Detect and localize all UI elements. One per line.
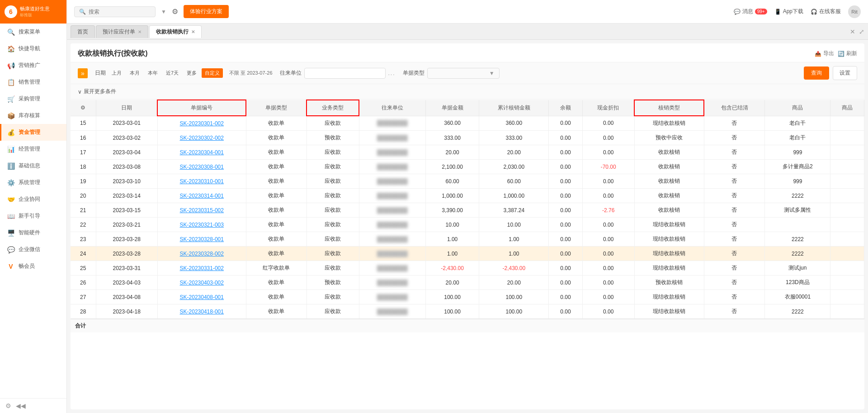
purchase-icon: 🛒 bbox=[7, 95, 15, 103]
header-actions: 📤 导出 🔄 刷新 bbox=[815, 50, 857, 57]
expand-more-button[interactable]: ∨ 展开更多条件 bbox=[78, 86, 857, 97]
more-date-btn[interactable]: 更多 bbox=[184, 68, 200, 78]
cell-no: 27 bbox=[71, 290, 96, 304]
last-7-days-btn[interactable]: 近7天 bbox=[163, 68, 182, 78]
cell-partner: ████████ bbox=[359, 160, 425, 174]
th-settings[interactable]: ⚙ bbox=[71, 100, 96, 116]
cell-biz-type: 应收款 bbox=[307, 218, 359, 232]
this-year-btn[interactable]: 本年 bbox=[145, 68, 161, 78]
sidebar-item-inventory[interactable]: 📦 库存核算 bbox=[0, 107, 66, 124]
cell-goods2 bbox=[830, 203, 864, 218]
cell-partner: ████████ bbox=[359, 189, 425, 203]
sidebar-item-finance[interactable]: 💰 资金管理 bbox=[0, 124, 66, 141]
export-button[interactable]: 📤 导出 bbox=[815, 50, 834, 57]
th-accum-amount[interactable]: 累计核销金额 bbox=[479, 100, 549, 116]
cell-doc-type: 收款单 bbox=[246, 290, 307, 304]
th-date[interactable]: 日期 bbox=[96, 100, 157, 116]
cell-partner: ████████ bbox=[359, 174, 425, 189]
collapse-icon[interactable]: ◀◀ bbox=[16, 402, 26, 409]
doctype-filter-label: 单据类型 bbox=[403, 69, 425, 77]
main-area: 🔍 ▼ ⚙ 体验行业方案 💬 消息 99+ 📱 App下载 🎧 在线客服 Rit bbox=[67, 0, 868, 413]
settings-icon[interactable]: ⚙ bbox=[5, 402, 11, 409]
online-service-button[interactable]: 🎧 在线客服 bbox=[811, 8, 841, 15]
industry-solution-button[interactable]: 体验行业方案 bbox=[184, 5, 229, 18]
query-button[interactable]: 查询 bbox=[804, 66, 829, 80]
custom-date-btn[interactable]: 自定义 bbox=[202, 68, 223, 78]
sidebar-item-marketing[interactable]: 📢 营销推广 bbox=[0, 57, 66, 74]
th-cash-discount[interactable]: 现金折扣 bbox=[582, 100, 634, 116]
this-month-btn[interactable]: 本月 bbox=[127, 68, 143, 78]
gear-icon[interactable]: ⚙ bbox=[172, 7, 178, 16]
th-offset-type[interactable]: 核销类型 bbox=[634, 100, 704, 116]
sidebar-item-member[interactable]: V 畅会员 bbox=[0, 258, 66, 275]
settings-button[interactable]: 设置 bbox=[833, 66, 857, 80]
sidebar-item-search[interactable]: 🔍 搜索菜单 bbox=[0, 24, 66, 40]
cell-biz-type: 应收款 bbox=[307, 247, 359, 261]
th-doc-type[interactable]: 单据类型 bbox=[246, 100, 307, 116]
sidebar-item-system[interactable]: ⚙️ 系统管理 bbox=[0, 174, 66, 191]
sidebar-item-purchase[interactable]: 🛒 采购管理 bbox=[0, 90, 66, 107]
close-window-icon[interactable]: ✕ bbox=[850, 28, 855, 35]
cell-date: 2023-03-14 bbox=[96, 189, 157, 203]
search-input[interactable] bbox=[89, 9, 134, 15]
th-balance[interactable]: 余额 bbox=[549, 100, 582, 116]
cell-offset-type: 现结收款核销 bbox=[634, 232, 704, 247]
th-amount[interactable]: 单据金额 bbox=[425, 100, 479, 116]
cell-accum-amount: 20.00 bbox=[479, 145, 549, 160]
hardware-icon: 🖥️ bbox=[7, 229, 15, 237]
cell-doc-type: 收款单 bbox=[246, 189, 307, 203]
partner-filter-label: 往来单位 bbox=[280, 69, 302, 77]
expand-label: 展开更多条件 bbox=[84, 88, 116, 95]
doctype-select[interactable]: ▼ bbox=[427, 68, 500, 79]
cell-cash-discount: 0.00 bbox=[582, 189, 634, 203]
th-doc-no[interactable]: 单据编号 bbox=[157, 100, 246, 116]
th-include-settled[interactable]: 包含已结清 bbox=[704, 100, 765, 116]
cell-accum-amount: 10.00 bbox=[479, 218, 549, 232]
footer-offset bbox=[634, 319, 704, 332]
cell-partner: ████████ bbox=[359, 290, 425, 304]
cell-balance: 0.00 bbox=[549, 174, 582, 189]
th-partner[interactable]: 往来单位 bbox=[359, 100, 425, 116]
topbar-search[interactable]: 🔍 bbox=[74, 6, 156, 17]
cell-biz-type: 应收款 bbox=[307, 304, 359, 319]
tab-home[interactable]: 首页 bbox=[71, 25, 95, 38]
cell-cash-discount: 0.00 bbox=[582, 275, 634, 290]
sidebar-item-operation[interactable]: 📊 经营管理 bbox=[0, 141, 66, 157]
filter-toggle-button[interactable]: » bbox=[78, 68, 88, 78]
sidebar-item-quicknav[interactable]: 🏠 快捷导航 bbox=[0, 40, 66, 57]
sidebar-item-sales[interactable]: 📋 销售管理 bbox=[0, 74, 66, 90]
cell-doc-type: 收款单 bbox=[246, 203, 307, 218]
cell-partner: ████████ bbox=[359, 304, 425, 319]
user-avatar[interactable]: Rit bbox=[848, 5, 861, 18]
content-header: 收款核销执行(按收款) 📤 导出 🔄 刷新 bbox=[71, 43, 864, 62]
cell-goods2 bbox=[830, 174, 864, 189]
app-download-button[interactable]: 📱 App下载 bbox=[774, 8, 803, 15]
last-month-btn[interactable]: 上月 bbox=[108, 68, 125, 78]
chevron-down-icon[interactable]: ▼ bbox=[161, 9, 166, 15]
messages-button[interactable]: 💬 消息 99+ bbox=[734, 8, 767, 15]
cell-offset-type: 现结收款核销 bbox=[634, 116, 704, 131]
cell-amount: 1,000.00 bbox=[425, 189, 479, 203]
sidebar-item-enterprise[interactable]: 🤝 企业协同 bbox=[0, 191, 66, 208]
guide-icon: 📖 bbox=[7, 213, 15, 220]
more-filters-dots[interactable]: ... bbox=[388, 70, 396, 76]
tab-collection[interactable]: 收款核销执行 ✕ bbox=[149, 25, 202, 38]
cell-goods: 2222 bbox=[765, 189, 830, 203]
tab-close-icon[interactable]: ✕ bbox=[138, 29, 142, 34]
tab-close-icon[interactable]: ✕ bbox=[191, 29, 195, 34]
th-biz-type[interactable]: 业务类型 bbox=[307, 100, 359, 116]
sidebar-item-hardware[interactable]: 🖥️ 智能硬件 bbox=[0, 224, 66, 241]
th-goods[interactable]: 商品 bbox=[765, 100, 830, 116]
refresh-button[interactable]: 🔄 刷新 bbox=[838, 50, 857, 57]
cell-partner: ████████ bbox=[359, 116, 425, 131]
sidebar-item-basic[interactable]: ℹ️ 基础信息 bbox=[0, 157, 66, 174]
filter-bar: » 日期 上月 本月 本年 近7天 更多 自定义 不限 至 2023-07-26… bbox=[71, 62, 864, 84]
maximize-icon[interactable]: ⤢ bbox=[859, 28, 864, 35]
sidebar-item-guide[interactable]: 📖 新手引导 bbox=[0, 208, 66, 224]
tab-receivable[interactable]: 预计应应付单 ✕ bbox=[96, 25, 148, 38]
sidebar-item-label: 企业微信 bbox=[19, 246, 40, 253]
search-icon: 🔍 bbox=[79, 9, 86, 15]
partner-input[interactable] bbox=[304, 68, 386, 79]
sidebar-item-wechat[interactable]: 💬 企业微信 bbox=[0, 241, 66, 258]
th-goods2[interactable]: 商品 bbox=[830, 100, 864, 116]
